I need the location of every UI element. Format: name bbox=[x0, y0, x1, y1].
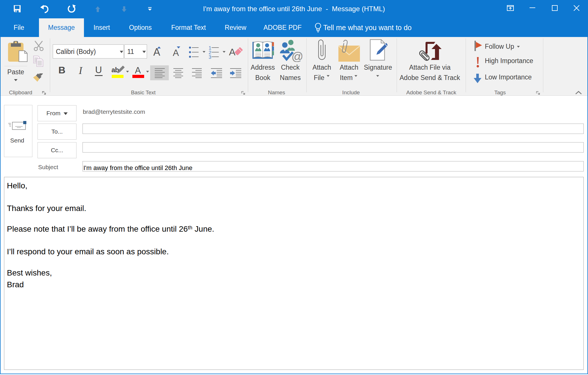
svg-text:3: 3 bbox=[209, 54, 211, 59]
svg-text:@: @ bbox=[291, 50, 302, 62]
